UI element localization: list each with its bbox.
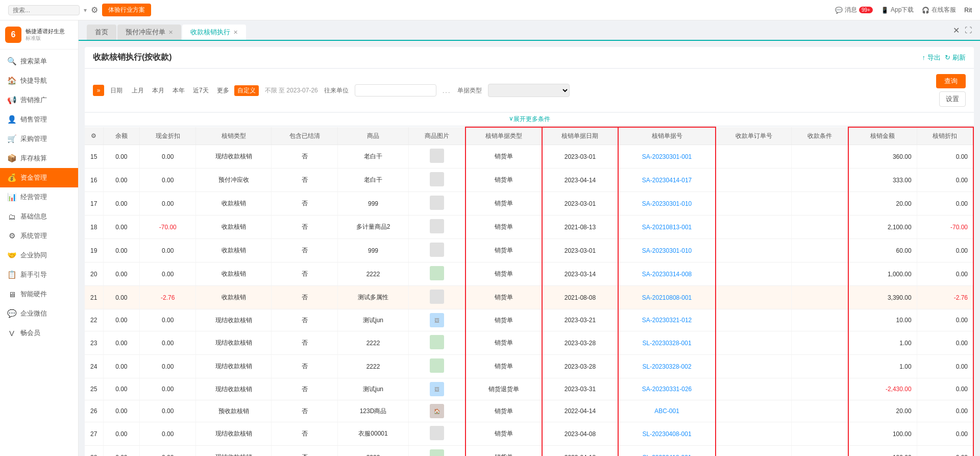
bill-no-link[interactable]: SA-20230331-026	[642, 386, 692, 393]
filter-custom[interactable]: 自定义	[234, 85, 259, 96]
sidebar-menu: 🔍 搜索菜单 🏠 快捷导航 📢 营销推广 👤 销售管理 🛒 采购管理 📦	[0, 50, 78, 456]
refresh-button[interactable]: ↻ 刷新	[945, 53, 966, 62]
cell-verify-bill-no[interactable]: SA-20210808-001	[618, 286, 715, 309]
cell-receipt-order-no	[716, 286, 792, 309]
filter-this-month[interactable]: 本月	[149, 85, 167, 96]
cell-verify-bill-no[interactable]: SA-20230331-026	[618, 378, 715, 400]
filter-7days[interactable]: 近7天	[190, 85, 212, 96]
bill-no-link[interactable]: SL-20230408-001	[643, 430, 692, 438]
bill-no-link[interactable]: ABC-001	[654, 407, 679, 415]
tab-prepay[interactable]: 预付冲应付单 ✕	[117, 25, 181, 40]
filter-bar: » 日期 上月 本月 本年 近7天 更多 自定义 不限 至 2023-07-26…	[85, 69, 974, 112]
bill-no-link[interactable]: SA-20230301-010	[642, 200, 692, 207]
bill-no-link[interactable]: SL-20230328-002	[643, 363, 692, 370]
solution-button[interactable]: 体验行业方案	[102, 4, 151, 16]
cell-cash-discount: 0.00	[140, 378, 196, 400]
bill-no-link[interactable]: SA-20230314-008	[642, 271, 692, 278]
cell-verify-bill-no[interactable]: SL-20230328-002	[618, 355, 715, 378]
cell-product: 123D商品	[337, 400, 409, 422]
tab-receipt[interactable]: 收款核销执行 ✕	[182, 25, 246, 40]
sidebar-item-system[interactable]: ⚙ 系统管理	[0, 226, 78, 246]
cell-verify-type: 收款核销	[196, 286, 272, 309]
from-unit-input[interactable]	[355, 84, 436, 97]
cell-product-image: 🖼	[409, 378, 465, 400]
cell-verify-bill-no[interactable]: SL-20230418-001	[618, 446, 715, 457]
search-input[interactable]	[8, 5, 80, 15]
cell-verify-bill-no[interactable]: SA-20230414-017	[618, 169, 715, 192]
cell-product: 2222	[337, 446, 409, 457]
cell-product-image	[409, 215, 465, 239]
tab-expand-icon[interactable]: ⛶	[965, 26, 972, 34]
filter-more[interactable]: 更多	[214, 85, 232, 96]
gear-icon[interactable]: ⚙	[91, 5, 98, 15]
message-area[interactable]: 💬 消息 99+	[835, 6, 873, 14]
tab-receipt-close[interactable]: ✕	[233, 29, 238, 36]
query-button[interactable]: 查询	[936, 74, 966, 88]
sidebar-item-base[interactable]: 🗂 基础信息	[0, 207, 78, 226]
tab-home[interactable]: 首页	[87, 25, 116, 40]
sidebar-item-marketing[interactable]: 📢 营销推广	[0, 90, 78, 110]
cell-verify-amount: 1.00	[848, 355, 917, 378]
database-icon: 🗂	[7, 212, 16, 221]
close-all-tabs-icon[interactable]: ✕	[953, 26, 960, 35]
export-button[interactable]: ↑ 导出	[922, 53, 941, 62]
sidebar-item-member[interactable]: V 畅会员	[0, 323, 78, 343]
bill-no-link[interactable]: SL-20230328-001	[643, 340, 692, 347]
cell-balance: 0.00	[103, 446, 140, 457]
username[interactable]: Rit	[964, 7, 972, 14]
sidebar-item-guide[interactable]: 📋 新手引导	[0, 265, 78, 284]
cell-verify-bill-type: 销货单	[465, 286, 542, 309]
cell-verify-bill-no[interactable]: ABC-001	[618, 400, 715, 422]
cell-verify-bill-no[interactable]: SA-20230301-010	[618, 192, 715, 215]
cell-verify-bill-no[interactable]: SL-20230328-001	[618, 331, 715, 355]
sidebar-item-enterprise[interactable]: 🤝 企业协同	[0, 246, 78, 265]
col-verify-bill-date: 核销单据日期	[542, 127, 619, 145]
sidebar-item-hardware[interactable]: 🖥 智能硬件	[0, 284, 78, 304]
sidebar-item-wechat[interactable]: 💬 企业微信	[0, 304, 78, 323]
cell-receipt-terms	[792, 145, 848, 169]
cell-include-cleared: 否	[272, 239, 337, 262]
sidebar-item-sales[interactable]: 👤 销售管理	[0, 110, 78, 129]
filter-last-month[interactable]: 上月	[129, 85, 147, 96]
cell-verify-bill-no[interactable]: SA-20230321-012	[618, 309, 715, 331]
cell-verify-bill-no[interactable]: SL-20230408-001	[618, 422, 715, 446]
col-gear[interactable]: ⚙	[85, 127, 103, 145]
member-icon: V	[7, 329, 16, 338]
bill-no-link[interactable]: SA-20230301-010	[642, 247, 692, 254]
cell-include-cleared: 否	[272, 400, 337, 422]
setting-button[interactable]: 设置	[939, 91, 966, 107]
cell-no: 15	[85, 145, 103, 169]
col-receipt-order-no: 收款单订单号	[716, 127, 792, 145]
page-content: 收款核销执行(按收款) ↑ 导出 ↻ 刷新 » 日期 上月	[79, 41, 980, 456]
cell-no: 16	[85, 169, 103, 192]
cell-verify-bill-no[interactable]: SA-20210813-001	[618, 215, 715, 239]
page-title: 收款核销执行(按收款)	[93, 52, 172, 63]
bill-no-link[interactable]: SA-20230321-012	[642, 317, 692, 324]
sidebar-label-wechat: 企业微信	[20, 309, 47, 318]
cell-verify-bill-no[interactable]: SA-20230301-001	[618, 145, 715, 169]
bill-no-link[interactable]: SA-20210813-001	[642, 224, 692, 231]
cell-verify-bill-no[interactable]: SA-20230314-008	[618, 262, 715, 286]
sidebar-item-quicknav[interactable]: 🏠 快捷导航	[0, 71, 78, 90]
sidebar-item-purchase[interactable]: 🛒 采购管理	[0, 129, 78, 149]
tab-prepay-close[interactable]: ✕	[168, 29, 173, 36]
bill-no-link[interactable]: SL-20230418-001	[643, 454, 692, 457]
cell-balance: 0.00	[103, 378, 140, 400]
app-download[interactable]: 📱 App下载	[881, 6, 914, 14]
online-service[interactable]: 🎧 在线客服	[922, 6, 956, 14]
filter-expand-button[interactable]: »	[93, 85, 104, 96]
sidebar-item-finance[interactable]: 💰 资金管理	[0, 168, 78, 187]
cell-verify-type: 收款核销	[196, 192, 272, 215]
bill-no-link[interactable]: SA-20210808-001	[642, 294, 692, 301]
cell-verify-bill-no[interactable]: SA-20230301-010	[618, 239, 715, 262]
filter-this-year[interactable]: 本年	[169, 85, 188, 96]
sidebar-item-inventory[interactable]: 📦 库存核算	[0, 149, 78, 168]
cell-verify-amount: 100.00	[848, 446, 917, 457]
sidebar-item-operations[interactable]: 📊 经营管理	[0, 187, 78, 207]
filter-dots: ...	[443, 87, 451, 94]
expand-more-bar[interactable]: ∨ 展开更多条件	[85, 113, 974, 126]
bill-no-link[interactable]: SA-20230414-017	[642, 177, 692, 184]
bill-type-select[interactable]	[488, 84, 570, 97]
bill-no-link[interactable]: SA-20230301-001	[642, 153, 692, 160]
sidebar-item-search[interactable]: 🔍 搜索菜单	[0, 52, 78, 71]
